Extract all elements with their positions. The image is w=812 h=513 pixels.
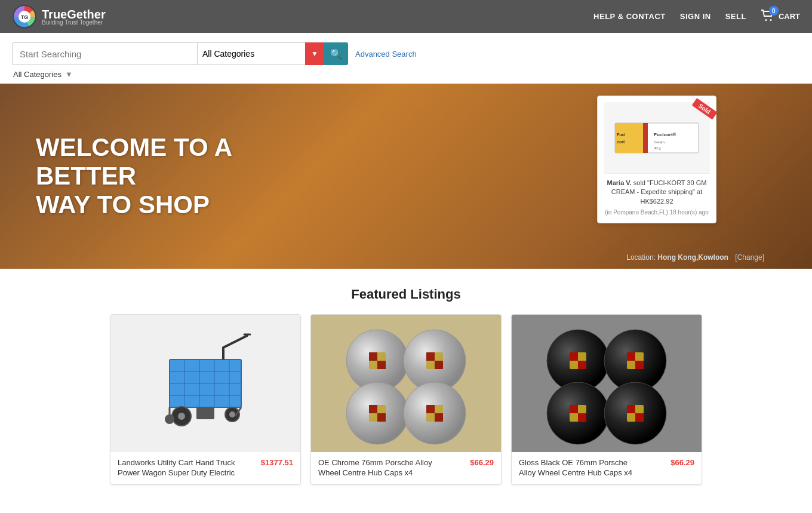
svg-text:cort: cort <box>617 140 625 144</box>
hero-product-sold-text: Maria V. sold "FUCI-KORT 30 GM CREAM - E… <box>604 179 710 206</box>
listing-price-2: $66.29 <box>670 458 694 467</box>
svg-rect-57 <box>635 361 644 369</box>
category-select-wrapper: All Categories Electronics Fashion Home … <box>197 42 305 65</box>
hero-product-image: Fucicort® Cream 30 g Fuci cort <box>604 102 710 174</box>
search-bar-area: All Categories Electronics Fashion Home … <box>0 33 812 84</box>
utility-cart-svg <box>146 324 265 443</box>
change-location-link[interactable]: [Change] <box>735 253 764 262</box>
listing-price-0: $1377.51 <box>261 458 293 467</box>
svg-text:TG: TG <box>21 14 29 20</box>
listing-image-0 <box>110 315 300 452</box>
hero-text: WELCOME TO A BETTER WAY TO SHOP <box>0 133 299 220</box>
svg-rect-44 <box>377 413 386 422</box>
listing-card-1[interactable]: OE Chrome 76mm Porsche Alloy Wheel Centr… <box>310 314 502 485</box>
search-icon: 🔍 <box>330 48 342 60</box>
svg-rect-53 <box>570 352 578 361</box>
featured-title: Featured Listings <box>12 287 800 302</box>
svg-text:Cream: Cream <box>654 140 665 144</box>
subcategory-arrow-icon: ▼ <box>65 70 73 79</box>
logo-tagline: Building Trust Together <box>42 19 106 26</box>
svg-rect-62 <box>627 405 635 413</box>
black-hubcaps-svg <box>535 318 678 449</box>
hero-banner: WELCOME TO A BETTER WAY TO SHOP Sold Fuc… <box>0 84 812 269</box>
listing-card-0[interactable]: Landworks Utility Cart Hand Truck Power … <box>110 314 301 485</box>
svg-point-4 <box>770 19 771 21</box>
svg-rect-60 <box>578 413 586 422</box>
svg-text:30 g: 30 g <box>654 146 661 150</box>
svg-rect-59 <box>570 405 578 413</box>
svg-point-25 <box>178 413 185 420</box>
sign-in-link[interactable]: SIGN IN <box>680 12 711 21</box>
search-input[interactable] <box>12 42 197 65</box>
advanced-search-link[interactable]: Advanced Search <box>355 50 417 59</box>
listings-grid: Landworks Utility Cart Hand Truck Power … <box>12 314 800 485</box>
listing-info-2: Gloss Black OE 76mm Porsche Alloy Wheel … <box>512 452 702 484</box>
hero-sale-context: (in Pompano Beach,FL) 18 hour(s) ago <box>604 208 710 217</box>
svg-rect-31 <box>196 407 214 419</box>
chrome-hubcaps-svg <box>334 318 478 449</box>
svg-rect-47 <box>435 413 443 422</box>
cart-area[interactable]: 0 CART <box>761 10 800 23</box>
hero-product-info: Maria V. sold "FUCI-KORT 30 GM CREAM - E… <box>604 179 710 217</box>
category-select[interactable]: All Categories Electronics Fashion Home … <box>198 43 305 64</box>
hero-headline-line2: WAY TO SHOP <box>36 191 299 219</box>
listing-name-1: OE Chrome 76mm Porsche Alloy Wheel Centr… <box>318 458 438 478</box>
svg-rect-40 <box>426 352 435 361</box>
listing-name-0: Landworks Utility Cart Hand Truck Power … <box>118 458 237 478</box>
location-label: Location: <box>626 253 656 262</box>
product-box-svg: Fucicort® Cream 30 g Fuci cort <box>612 117 702 159</box>
search-button[interactable]: 🔍 <box>324 42 348 65</box>
listing-card-2[interactable]: Gloss Black OE 76mm Porsche Alloy Wheel … <box>511 314 702 485</box>
listing-info-1: OE Chrome 76mm Porsche Alloy Wheel Centr… <box>311 452 501 484</box>
svg-line-21 <box>223 336 247 348</box>
svg-rect-56 <box>627 352 635 361</box>
listing-name-2: Gloss Black OE 76mm Porsche Alloy Wheel … <box>519 458 638 478</box>
hero-location-bar: Location: Hong Kong,Kowloon [Change] <box>626 253 764 262</box>
logo-icon: TG <box>12 4 37 29</box>
svg-rect-41 <box>435 361 443 369</box>
logo-area: TG True Gether Building Trust Together <box>12 4 106 29</box>
subcategory-label[interactable]: All Categories <box>13 70 61 79</box>
header: TG True Gether Building Trust Together H… <box>0 0 812 33</box>
dropdown-arrow-icon: ▼ <box>311 50 318 58</box>
listing-image-2 <box>512 315 702 452</box>
svg-rect-6 <box>615 123 645 153</box>
svg-rect-37 <box>369 352 377 361</box>
svg-rect-7 <box>643 123 648 153</box>
cart-badge: 0 <box>769 6 779 16</box>
help-contact-link[interactable]: HELP & CONTACT <box>593 12 666 21</box>
svg-rect-54 <box>578 361 586 369</box>
hero-headline-line1: WELCOME TO A BETTER <box>36 133 299 191</box>
listing-image-1 <box>311 315 501 452</box>
listing-info-0: Landworks Utility Cart Hand Truck Power … <box>110 452 300 484</box>
category-dropdown-button[interactable]: ▼ <box>305 42 324 65</box>
location-value: Hong Kong,Kowloon <box>657 253 728 262</box>
cart-icon-wrap: 0 <box>761 10 775 23</box>
svg-point-3 <box>765 19 767 21</box>
featured-section: Featured Listings <box>0 269 812 497</box>
cart-label: CART <box>779 12 800 21</box>
svg-rect-46 <box>426 405 435 413</box>
hero-product-card: Sold Fucicort® Cream 30 g Fuci cort Mari… <box>597 96 716 223</box>
subcategory-row: All Categories ▼ <box>13 70 73 79</box>
hero-seller: Maria V. <box>607 179 632 186</box>
svg-point-27 <box>229 411 235 417</box>
logo-text-group: True Gether Building Trust Together <box>42 8 106 26</box>
svg-rect-43 <box>369 405 377 413</box>
svg-text:Fucicort®: Fucicort® <box>654 132 676 137</box>
search-row: All Categories Electronics Fashion Home … <box>12 42 417 65</box>
listing-price-1: $66.29 <box>470 458 494 467</box>
sell-link[interactable]: SELL <box>725 12 746 21</box>
svg-rect-63 <box>635 413 644 422</box>
svg-text:Fuci: Fuci <box>617 133 625 137</box>
svg-rect-38 <box>377 361 386 369</box>
header-nav: HELP & CONTACT SIGN IN SELL 0 CART <box>593 10 800 23</box>
